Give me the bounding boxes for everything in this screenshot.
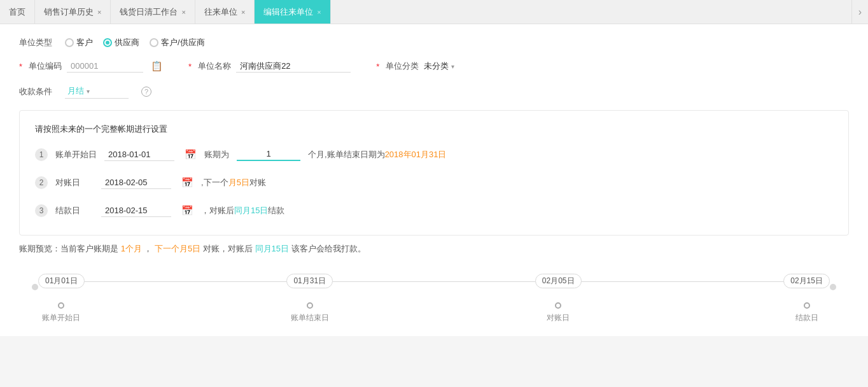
period-label-2: 对账日	[55, 177, 94, 188]
timeline-container: 01月01日 账单开始日 01月31日 账单结束日 02月05日 对账日 02月…	[19, 267, 849, 323]
expand-tabs-button[interactable]: ›	[851, 0, 868, 24]
reconcile-date-input[interactable]	[101, 176, 171, 189]
tl-dot-1	[58, 302, 64, 309]
tl-badge-2: 01月31日	[286, 274, 333, 288]
timeline-points: 01月01日 账单开始日 01月31日 账单结束日 02月05日 对账日 02月…	[38, 274, 830, 323]
timeline-point-4: 02月15日 结款日	[783, 274, 830, 323]
radio-customer-label: 客户	[76, 37, 93, 48]
tab-partners-close[interactable]: ×	[241, 8, 245, 16]
unit-type-radio-group: 客户 供应商 客户/供应商	[65, 37, 205, 48]
unit-code-label: 单位编码	[29, 60, 62, 72]
tab-partners-label: 往来单位	[204, 6, 237, 18]
unit-code-input[interactable]	[67, 60, 143, 73]
radio-supplier-label: 供应商	[115, 37, 139, 48]
period-end-date: 2018年01月31日	[385, 150, 447, 159]
payment-date-input[interactable]	[101, 204, 171, 217]
unit-classify-group: * 单位分类 未分类 ▾	[376, 60, 500, 72]
period-months-input[interactable]	[237, 148, 300, 161]
period-hint-label: 账期为	[204, 149, 229, 160]
tab-sales-history[interactable]: 销售订单历史 ×	[35, 0, 111, 24]
tab-sales-history-label: 销售订单历史	[44, 6, 94, 18]
classify-required-star: *	[376, 62, 379, 71]
unit-name-input[interactable]	[236, 60, 351, 73]
payment-value: 月结	[67, 85, 84, 97]
timeline-point-1: 01月01日 账单开始日	[38, 274, 85, 323]
payment-dropdown-icon: ▾	[87, 88, 90, 95]
main-content: 单位类型 客户 供应商 客户/供应商 * 单位编码 📋 * 单位名称	[0, 24, 868, 336]
payment-date-calendar-icon[interactable]: 📅	[181, 205, 193, 216]
tl-label-2: 账单结束日	[291, 313, 329, 323]
tl-dot-4	[804, 302, 810, 309]
preview-text: 账期预览：当前客户账期是 1个月 ， 下一个月5日 对账，对账后 同月15日 该…	[19, 243, 849, 255]
reconcile-hint: ,下一个月5日对账	[201, 177, 266, 188]
period-label-1: 账单开始日	[55, 149, 97, 160]
tl-badge-1: 01月01日	[38, 274, 85, 288]
reconcile-date-calendar-icon[interactable]: 📅	[181, 177, 193, 188]
unit-classify-label: 单位分类	[386, 60, 419, 72]
preview-part3: 同月15日	[255, 244, 289, 253]
help-icon[interactable]: ?	[141, 87, 151, 97]
payment-row: 收款条件 月结 ▾ ?	[19, 84, 849, 99]
period-suffix: 个月,账单结束日期为2018年01月31日	[308, 149, 446, 160]
classify-dropdown-icon: ▾	[451, 63, 454, 70]
tab-cash-workbench-close[interactable]: ×	[181, 8, 185, 16]
tab-partners[interactable]: 往来单位 ×	[195, 0, 255, 24]
radio-both[interactable]: 客户/供应商	[150, 37, 205, 48]
tab-home-label: 首页	[9, 6, 25, 18]
tab-cash-workbench[interactable]: 钱货日清工作台 ×	[111, 0, 195, 24]
tl-dot-2	[307, 302, 313, 309]
tl-label-3: 对账日	[547, 313, 570, 323]
tl-badge-4: 02月15日	[783, 274, 830, 288]
tab-edit-partner-label: 编辑往来单位	[263, 6, 313, 18]
period-num-3: 3	[35, 204, 48, 217]
tab-sales-history-close[interactable]: ×	[97, 8, 101, 16]
tab-edit-partner[interactable]: 编辑往来单位 ×	[255, 0, 330, 24]
unit-name-label: 单位名称	[198, 60, 231, 72]
start-date-input[interactable]	[104, 148, 174, 161]
period-num-2: 2	[35, 176, 48, 189]
tabs-bar: 首页 销售订单历史 × 钱货日清工作台 × 往来单位 × 编辑往来单位 × ›	[0, 0, 868, 24]
tl-label-1: 账单开始日	[42, 313, 80, 323]
tl-dot-3	[555, 302, 561, 309]
tl-label-4: 结款日	[795, 313, 818, 323]
timeline-right-endpoint	[830, 284, 836, 290]
unit-code-group: * 单位编码 📋	[19, 60, 163, 73]
timeline-left-endpoint	[32, 284, 38, 290]
tab-edit-partner-close[interactable]: ×	[317, 8, 321, 16]
radio-both-circle	[150, 38, 158, 47]
unit-classify-value: 未分类	[424, 60, 449, 72]
unit-info-row: * 单位编码 📋 * 单位名称 * 单位分类 未分类 ▾	[19, 60, 849, 73]
preview-part2: 下一个月5日	[155, 244, 200, 253]
radio-both-label: 客户/供应商	[161, 37, 205, 48]
unit-classify-select[interactable]: 未分类 ▾	[424, 60, 500, 72]
timeline-point-3: 02月05日 对账日	[535, 274, 582, 323]
tab-home[interactable]: 首页	[0, 0, 35, 24]
start-date-calendar-icon[interactable]: 📅	[185, 149, 197, 160]
unit-type-row: 单位类型 客户 供应商 客户/供应商	[19, 37, 849, 48]
payment-label: 收款条件	[19, 86, 52, 97]
payment-select[interactable]: 月结 ▾	[65, 84, 129, 99]
period-box: 请按照未来的一个完整帐期进行设置 1 账单开始日 📅 账期为 个月,账单结束日期…	[19, 110, 849, 236]
preview-part1: 1个月	[121, 244, 142, 253]
payment-hint: ，对账后同月15日结款	[201, 205, 284, 216]
period-label-3: 结款日	[55, 205, 94, 216]
period-title: 请按照未来的一个完整帐期进行设置	[35, 123, 833, 135]
name-required-star: *	[188, 62, 192, 71]
unit-code-calendar-icon[interactable]: 📋	[151, 60, 163, 72]
code-required-star: *	[19, 62, 22, 71]
period-num-1: 1	[35, 148, 48, 161]
tab-cash-workbench-label: 钱货日清工作台	[120, 6, 178, 18]
period-row-3: 3 结款日 📅 ，对账后同月15日结款	[35, 204, 833, 217]
radio-customer[interactable]: 客户	[65, 37, 93, 48]
period-row-1: 1 账单开始日 📅 账期为 个月,账单结束日期为2018年01月31日	[35, 148, 833, 161]
radio-supplier-circle	[103, 38, 112, 47]
timeline-point-2: 01月31日 账单结束日	[286, 274, 333, 323]
period-row-2: 2 对账日 📅 ,下一个月5日对账	[35, 176, 833, 189]
radio-customer-circle	[65, 38, 74, 47]
unit-type-label: 单位类型	[19, 37, 52, 48]
tl-badge-3: 02月05日	[535, 274, 582, 288]
unit-name-group: * 单位名称	[188, 60, 351, 73]
radio-supplier[interactable]: 供应商	[103, 37, 139, 48]
